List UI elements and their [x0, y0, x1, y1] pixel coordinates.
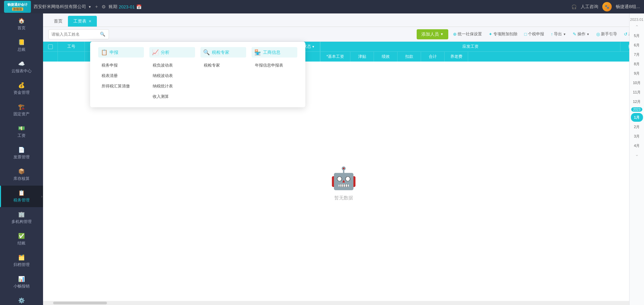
th-performance: 绩效	[374, 52, 397, 62]
dropdown-item-tax-form-list[interactable]: 税表清册	[98, 71, 144, 81]
cal-month-3[interactable]: 3月	[631, 132, 643, 141]
th-deduction: 扣款	[397, 52, 421, 62]
scroll-thumb[interactable]	[53, 302, 107, 304]
sidebar-label-cloud-report: 云报表中心	[11, 68, 32, 74]
dropdown-item-annual-report[interactable]: 年报信息申报表	[252, 60, 297, 71]
home-icon: 🏠	[18, 17, 25, 24]
operation-action[interactable]: ✎ 操作 ▼	[571, 29, 592, 39]
tab-payroll-table[interactable]: 工资表 ✕	[68, 16, 97, 27]
th-id-label: 工号	[67, 44, 75, 49]
sidebar-item-settlement[interactable]: ✅ 结账	[0, 229, 43, 250]
export-label: 导出	[554, 31, 562, 37]
th-salary-group-label: 应发工资	[462, 44, 479, 49]
company-selector[interactable]: 西安虾米网络科技有限公司 ▼	[34, 4, 91, 10]
dropdown-item-tax-statistics[interactable]: 纳税统计表	[149, 81, 195, 91]
sidebar-label-invoice: 发票管理	[13, 154, 30, 160]
cal-month-6[interactable]: 6月	[631, 41, 643, 49]
sidebar-item-report[interactable]: 📊 小畅报销	[0, 272, 43, 293]
report-status-filter-icon[interactable]: ▼	[312, 45, 315, 48]
operation-chevron-icon: ▼	[586, 33, 590, 36]
th-checkbox-area[interactable]	[43, 42, 58, 51]
dropdown-section-business-info: 🏪 工商信息 年报信息申报表	[249, 47, 300, 102]
dropdown-item-tax-burden-fluctuation[interactable]: 税负波动表	[149, 60, 195, 71]
cal-month-12[interactable]: 12月	[631, 97, 643, 106]
user-label[interactable]: 畅捷通B组...	[616, 4, 640, 10]
settings-icon: ⚙️	[18, 297, 25, 304]
dropdown-menu: 📋 申报 税务申报 税表清册 所得税汇算清缴 📈 分析 税负波动表 纳税波动表 …	[90, 42, 305, 107]
individual-tax-label: 个税申报	[528, 31, 544, 37]
sidebar-item-general-ledger[interactable]: 📒 总账	[0, 35, 43, 56]
app-name: 畅捷通好会计	[7, 3, 28, 7]
th-basic-salary: *基本工资	[320, 52, 350, 62]
period-value: 2023-01	[119, 4, 135, 9]
th-salary-group: 应发工资	[320, 42, 620, 51]
chevron-down-icon: ▼	[440, 32, 444, 36]
calendar-panel: 2023.01 ⌃ 5月 6月 7月 8月 9月 10月 11月 12月 202…	[629, 13, 644, 305]
content-area: 首页 工资表 ✕ 🔍 添加人员 ▼ ⊕	[43, 13, 644, 305]
period-info: 账期 2023-01 📅	[109, 4, 142, 10]
sidebar-item-payroll[interactable]: 💵 工资	[0, 121, 43, 143]
sidebar-item-multi-org[interactable]: 🏢 多机构管理	[0, 207, 43, 229]
support-label[interactable]: 人工咨询	[581, 4, 598, 10]
cal-month-2[interactable]: 2月	[631, 122, 643, 131]
th-pension: 养老费	[445, 52, 468, 62]
sidebar-item-archive[interactable]: 🗂️ 归档管理	[0, 250, 43, 272]
special-deduction-icon: ✦	[489, 32, 492, 37]
dropdown-item-tax-declaration[interactable]: 税务申报	[98, 60, 144, 71]
dropdown-item-income-estimation[interactable]: 收入测算	[149, 91, 195, 102]
cal-month-4[interactable]: 4月	[631, 141, 643, 150]
th-allowance: 津贴	[350, 52, 374, 62]
social-security-icon: ⊕	[453, 32, 457, 37]
dropdown-section-tax-expert: 🔍 税检专家 税检专家	[198, 47, 249, 102]
th-total-label: 合计	[429, 54, 437, 60]
th-allowance-label: 津贴	[358, 54, 366, 60]
add-person-button[interactable]: 添加人员 ▼	[417, 29, 448, 39]
cal-month-9[interactable]: 9月	[631, 69, 643, 78]
sidebar-item-fixed-assets[interactable]: 🏗️ 固定资产	[0, 100, 43, 121]
fund-icon: 💰	[18, 82, 25, 88]
sidebar-label-report: 小畅报销	[13, 283, 30, 289]
empty-text: 暂无数据	[334, 195, 353, 201]
chevron-down-icon[interactable]: ▼	[88, 5, 91, 9]
sidebar-item-basic[interactable]: ⚙️ 基础设置	[0, 293, 43, 305]
tab-bar: 首页 工资表 ✕	[43, 13, 644, 27]
cal-month-1[interactable]: 1月	[631, 113, 643, 122]
ledger-icon: 📒	[18, 39, 25, 45]
sidebar-label-payroll: 工资	[17, 133, 26, 139]
sidebar-item-fund[interactable]: 💰 资金管理	[0, 78, 43, 100]
calendar-icon[interactable]: 📅	[136, 4, 142, 9]
cal-month-7[interactable]: 7月	[631, 50, 643, 59]
sidebar-item-tax[interactable]: 📋 税务管理 ›	[0, 186, 43, 207]
search-input[interactable]	[51, 32, 99, 37]
dropdown-item-tax-payment-fluctuation[interactable]: 纳税波动表	[149, 71, 195, 81]
export-action[interactable]: ↑ 导出 ▼	[549, 29, 568, 39]
guide-action[interactable]: ◎ 新手引导	[594, 29, 619, 39]
scroll-area[interactable]	[43, 301, 629, 305]
individual-tax-action[interactable]: □ 个税申报	[522, 29, 546, 39]
cal-month-10[interactable]: 10月	[631, 78, 643, 87]
invoice-icon: 📄	[18, 147, 25, 153]
social-security-action[interactable]: ⊕ 统一社保设置	[451, 29, 484, 39]
company-settings-button[interactable]: ⚙	[102, 4, 106, 9]
dropdown-section-business-info-label: 工商信息	[263, 49, 280, 55]
select-all-checkbox[interactable]	[48, 44, 53, 49]
avatar: 🐾	[602, 2, 612, 11]
dropdown-item-income-tax-settlement[interactable]: 所得税汇算清缴	[98, 81, 144, 91]
sidebar-label-tax: 税务管理	[13, 197, 30, 203]
cal-period-label: 2023.01	[630, 16, 644, 23]
company-add-button[interactable]: ＋	[94, 4, 99, 10]
cal-next-button[interactable]: ⌄	[634, 150, 640, 158]
sidebar-item-cloud-report[interactable]: ☁️ 云报表中心	[0, 56, 43, 78]
cal-prev-button[interactable]: ⌃	[634, 23, 640, 31]
tab-close-button[interactable]: ✕	[88, 19, 91, 24]
cal-month-5[interactable]: 5月	[631, 31, 643, 40]
cal-month-8[interactable]: 8月	[631, 60, 643, 68]
cal-month-11[interactable]: 11月	[631, 88, 643, 97]
special-deduction-action[interactable]: ✦ 专项附加扣除	[487, 29, 520, 39]
tab-home[interactable]: 首页	[48, 16, 68, 27]
sidebar-item-home[interactable]: 🏠 首页	[0, 13, 43, 35]
dropdown-item-tax-expert[interactable]: 税检专家	[200, 60, 246, 71]
sidebar-item-invoice[interactable]: 📄 发票管理	[0, 143, 43, 164]
th-id: 工号	[58, 42, 85, 51]
sidebar-item-inventory[interactable]: 📦 库存核算	[0, 164, 43, 186]
